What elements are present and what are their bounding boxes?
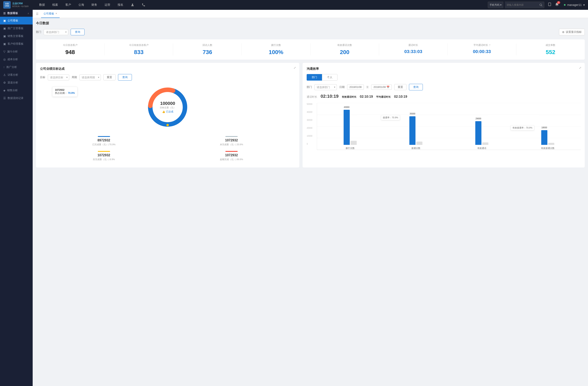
tab-menu-button[interactable]: ☰: [36, 12, 39, 16]
stat-value-5: 03:33:03: [382, 49, 444, 54]
date-start-input[interactable]: 2018/01/08: [347, 84, 364, 90]
eff-label: 有效通话时长: [342, 96, 357, 98]
search-type-selector[interactable]: 手机号码 ▾: [488, 2, 503, 8]
nav-item-phone-icon[interactable]: [138, 0, 149, 10]
donut-tooltip: 1072932 所占比例： 70.9%: [52, 87, 77, 97]
call-stats: 通话时长 02:10:19 有效通话时长 02:10:19 平均通话时长 02:…: [307, 94, 581, 99]
tab-company-board[interactable]: 公司看板 ✕: [41, 10, 60, 18]
goal-select[interactable]: 请选择目标: [48, 75, 69, 80]
settings-button[interactable]: ⚙ 设置显示指标: [559, 29, 585, 35]
help-icon: ?: [489, 44, 490, 47]
sidebar-item-promo-manager[interactable]: ▣ 推广主管看板: [0, 24, 33, 32]
stat-label-4: 有效通话次数: [314, 43, 376, 47]
eff-tabs: 部门 个人: [307, 74, 581, 81]
eff-query-button[interactable]: 查询: [409, 84, 423, 90]
nav-item-finance[interactable]: 财务: [88, 0, 101, 10]
notification-badge: 5: [557, 1, 560, 4]
y-label-4: 40000: [307, 111, 317, 113]
sidebar-label-data-flow: 数据流转记录: [8, 96, 23, 100]
sidebar-item-promo-analysis[interactable]: ↑ 推广分析: [0, 63, 33, 71]
date-end-input[interactable]: 2018/01/08 📅: [371, 84, 392, 90]
goal-stat-val-2: 1072932: [43, 154, 164, 157]
chart-area: 0 10000 20000 30000 40000 50000: [307, 103, 581, 150]
donut-center-value: 100000: [160, 101, 176, 106]
sidebar-item-visitor[interactable]: ♙ 访客分析: [0, 71, 33, 79]
user-status-dot: [564, 4, 566, 6]
tab-close-icon[interactable]: ✕: [55, 12, 57, 15]
sidebar-item-data-flow[interactable]: ☰ 数据流转记录: [0, 94, 33, 102]
sidebar-item-channel[interactable]: ⚙ 渠道分析: [0, 79, 33, 86]
efficiency-panel: 沟通效率 ⤢ 部门 个人 部门 请选择部门: [303, 63, 585, 168]
nav-item-customers[interactable]: 客户: [62, 0, 74, 10]
call-duration-label: 通话时长: [307, 95, 317, 99]
nav-item-signup[interactable]: 报名: [114, 0, 126, 10]
goal-query-button[interactable]: 查询: [118, 74, 132, 81]
svg-line-2: [542, 5, 542, 6]
logo-icon: 云朵CRM: [3, 1, 11, 9]
svg-point-0: [132, 4, 133, 5]
nav-item-leads[interactable]: 线索: [49, 0, 61, 10]
sidebar-icon-sales-analysis: ◈: [3, 89, 5, 92]
sidebar-icon-funnel: ▽: [3, 50, 5, 53]
goal-stat-bar-1: [225, 136, 238, 137]
today-query-button[interactable]: 查询: [71, 29, 84, 35]
dept-select[interactable]: 请选择部门: [44, 29, 68, 35]
sidebar-item-company-board[interactable]: ▣ 公司看板: [0, 17, 33, 24]
chart-y-axis: 0 10000 20000 30000 40000 50000: [307, 103, 317, 150]
sidebar-item-sales-manager[interactable]: ▣ 销售主管看板: [0, 32, 33, 40]
goal-stat-desc-3: 超额完成（元）| 89.9%: [171, 158, 292, 161]
sidebar-label-visitor: 访客分析: [8, 73, 18, 77]
goal-stat-1: 1072932 未完成量（元）| 20.9%: [168, 134, 295, 149]
eff-duration-value: 02:10:19: [360, 95, 373, 98]
donut-center-label: 目标总量（元）: [160, 106, 176, 109]
sidebar-label-account: 客户经理看板: [8, 42, 23, 46]
bar-3-main: 18000: [541, 130, 547, 145]
eff-reset-button[interactable]: 重置: [394, 84, 406, 90]
nav-item-person-icon[interactable]: [127, 0, 138, 10]
eff-tab-personal[interactable]: 个人: [322, 74, 337, 81]
goal-reset-button[interactable]: 重置: [103, 74, 116, 80]
sidebar-item-account-manager[interactable]: ▣ 客户经理看板: [0, 40, 33, 48]
bar-0-main-label: 43000: [344, 106, 350, 108]
date-end-value: 2018/01/08: [373, 86, 386, 89]
period-label: 周期: [72, 76, 77, 79]
search-input[interactable]: [506, 3, 539, 6]
nav-item-ops[interactable]: 运营: [101, 0, 113, 10]
stat-revisit: 回访人数 736: [173, 43, 242, 56]
sidebar-icon-company: ▣: [3, 19, 6, 22]
bar-group-2: 29000 有效通话: [449, 109, 515, 150]
stat-effective-calls: 有效通话次数 200: [311, 43, 379, 56]
eff-duration-label: 有效通话时长: [342, 95, 357, 99]
user-area[interactable]: manager11 ▾: [564, 3, 585, 6]
bar-2-main-label: 29000: [476, 117, 481, 120]
eff-dept-label: 部门: [307, 85, 312, 89]
eff-tab-dept[interactable]: 部门: [307, 74, 322, 81]
period-select[interactable]: 请选择周期: [79, 75, 101, 80]
sidebar-item-sales-analysis[interactable]: ◈ 销售分析: [0, 86, 33, 94]
goal-expand-button[interactable]: ⤢: [294, 66, 296, 69]
device-icon[interactable]: [547, 2, 552, 8]
avg-duration-label: 平均通话时长: [376, 95, 391, 99]
sidebar: ☰ 数据看板 ∧ ▣ 公司看板 ▣ 推广主管看板 ▣ 销售主管看板 ▣ 客户经理…: [0, 10, 33, 386]
sidebar-item-funnel[interactable]: ▽ 漏斗分析: [0, 48, 33, 56]
stat-value-6: 00:00:33: [451, 49, 513, 54]
eff-expand-button[interactable]: ⤢: [579, 66, 582, 69]
call-duration-value: 02:10:19: [320, 94, 338, 99]
eff-dept-select[interactable]: 请选择部门: [315, 84, 337, 90]
eff-date-label: 日期: [339, 85, 345, 89]
sidebar-section-header[interactable]: ☰ 数据看板 ∧: [0, 10, 33, 17]
sidebar-label-funnel: 漏斗分析: [7, 50, 18, 54]
y-label-0: 0: [307, 143, 317, 145]
goal-stat-desc-1: 未完成量（元）| 20.9%: [171, 143, 292, 146]
tooltip-pct: 70.9%: [68, 92, 75, 95]
notification-icon[interactable]: 5: [555, 2, 559, 8]
bar-2-label: 有效通话: [477, 147, 486, 150]
nav-item-pool[interactable]: 公海: [75, 0, 87, 10]
sidebar-item-cost[interactable]: ◎ 成本分析: [0, 56, 33, 63]
search-type-chevron: ▾: [500, 3, 502, 6]
main-content: ☰ 公司看板 ✕ 今日数据 部门 请选择部门 查询 ⚙: [33, 10, 588, 386]
bar-3-label: 有效接通次数: [541, 147, 554, 150]
y-label-2: 20000: [307, 127, 317, 129]
nav-item-data[interactable]: 数据: [36, 0, 48, 10]
sidebar-icon-visitor: ♙: [3, 73, 6, 77]
